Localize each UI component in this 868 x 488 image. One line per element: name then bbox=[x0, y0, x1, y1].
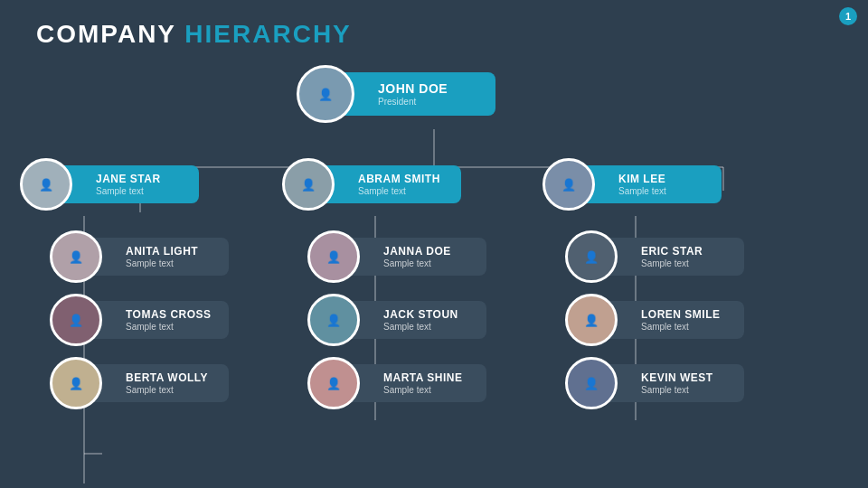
card-body-eric-star: ERIC STAR Sample text bbox=[599, 238, 744, 276]
card-subtitle-abram-smith: Sample text bbox=[358, 186, 452, 196]
avatar-kim-lee: 👤 bbox=[542, 158, 595, 211]
card-abram-smith: 👤 ABRAM SMITH Sample text bbox=[300, 165, 461, 203]
card-body-anita-light: ANITA LIGHT Sample text bbox=[84, 238, 229, 276]
card-subtitle-jane-star: Sample text bbox=[96, 186, 190, 196]
card-body-abram-smith: ABRAM SMITH Sample text bbox=[316, 165, 461, 203]
card-subtitle-janna-doe: Sample text bbox=[383, 258, 477, 268]
avatar-eric-star: 👤 bbox=[565, 230, 618, 283]
card-kevin-west: 👤 KEVIN WEST Sample text bbox=[583, 364, 744, 402]
avatar-anita-light: 👤 bbox=[50, 230, 102, 283]
card-body-jack-stoun: JACK STOUN Sample text bbox=[342, 301, 486, 339]
card-janna-doe: 👤 JANNA DOE Sample text bbox=[326, 238, 486, 276]
tree-lines bbox=[0, 68, 868, 488]
card-tomas-cross: 👤 TOMAS CROSS Sample text bbox=[68, 301, 229, 339]
card-body-loren-smile: LOREN SMILE Sample text bbox=[599, 301, 744, 339]
card-body-marta-shine: MARTA SHINE Sample text bbox=[342, 364, 486, 402]
avatar-kevin-west: 👤 bbox=[565, 357, 618, 409]
page-number: 1 bbox=[839, 7, 857, 25]
card-name-berta-wolly: BERTA WOLLY bbox=[126, 371, 220, 384]
card-subtitle-berta-wolly: Sample text bbox=[126, 385, 220, 395]
card-name-jack-stoun: JACK STOUN bbox=[383, 308, 477, 321]
card-subtitle-anita-light: Sample text bbox=[126, 258, 220, 268]
card-body-john-doe: JOHN DOE President bbox=[333, 72, 495, 116]
card-body-tomas-cross: TOMAS CROSS Sample text bbox=[84, 301, 229, 339]
card-name-jane-star: JANE STAR bbox=[96, 173, 190, 185]
card-jack-stoun: 👤 JACK STOUN Sample text bbox=[326, 301, 486, 339]
card-name-kim-lee: KIM LEE bbox=[618, 173, 712, 185]
card-name-john-doe: JOHN DOE bbox=[378, 81, 483, 96]
card-name-eric-star: ERIC STAR bbox=[641, 245, 735, 258]
card-loren-smile: 👤 LOREN SMILE Sample text bbox=[583, 301, 744, 339]
page-title: COMPANY HIERARCHY bbox=[36, 20, 352, 49]
org-tree: 👤 JOHN DOE President 👤 JANE STAR Sample … bbox=[0, 68, 868, 488]
avatar-berta-wolly: 👤 bbox=[50, 357, 102, 409]
avatar-tomas-cross: 👤 bbox=[50, 294, 102, 346]
avatar-jane-star: 👤 bbox=[20, 158, 72, 211]
card-subtitle-marta-shine: Sample text bbox=[383, 385, 477, 395]
card-name-abram-smith: ABRAM SMITH bbox=[358, 173, 452, 185]
card-name-loren-smile: LOREN SMILE bbox=[641, 308, 735, 321]
card-body-kevin-west: KEVIN WEST Sample text bbox=[599, 364, 744, 402]
avatar-john-doe: 👤 bbox=[297, 65, 354, 123]
card-body-berta-wolly: BERTA WOLLY Sample text bbox=[84, 364, 229, 402]
card-subtitle-eric-star: Sample text bbox=[641, 258, 735, 268]
card-marta-shine: 👤 MARTA SHINE Sample text bbox=[326, 364, 486, 402]
card-eric-star: 👤 ERIC STAR Sample text bbox=[583, 238, 744, 276]
card-subtitle-kim-lee: Sample text bbox=[618, 186, 712, 196]
title-plain: COMPANY bbox=[36, 20, 176, 48]
avatar-loren-smile: 👤 bbox=[565, 294, 618, 346]
card-name-kevin-west: KEVIN WEST bbox=[641, 371, 735, 384]
card-berta-wolly: 👤 BERTA WOLLY Sample text bbox=[68, 364, 229, 402]
card-name-marta-shine: MARTA SHINE bbox=[383, 371, 477, 384]
card-body-janna-doe: JANNA DOE Sample text bbox=[342, 238, 486, 276]
card-body-kim-lee: KIM LEE Sample text bbox=[577, 165, 722, 203]
card-subtitle-tomas-cross: Sample text bbox=[126, 322, 220, 332]
avatar-janna-doe: 👤 bbox=[307, 230, 360, 283]
avatar-jack-stoun: 👤 bbox=[307, 294, 360, 346]
card-anita-light: 👤 ANITA LIGHT Sample text bbox=[68, 238, 229, 276]
card-subtitle-kevin-west: Sample text bbox=[641, 385, 735, 395]
card-subtitle-loren-smile: Sample text bbox=[641, 322, 735, 332]
avatar-abram-smith: 👤 bbox=[282, 158, 335, 211]
card-name-tomas-cross: TOMAS CROSS bbox=[126, 308, 220, 321]
card-john-doe: 👤 JOHN DOE President bbox=[316, 72, 497, 116]
card-name-anita-light: ANITA LIGHT bbox=[126, 245, 220, 258]
card-subtitle-john-doe: President bbox=[378, 97, 483, 107]
avatar-marta-shine: 👤 bbox=[307, 357, 360, 409]
card-kim-lee: 👤 KIM LEE Sample text bbox=[561, 165, 722, 203]
card-subtitle-jack-stoun: Sample text bbox=[383, 322, 477, 332]
card-body-jane-star: JANE STAR Sample text bbox=[54, 165, 199, 203]
card-jane-star: 👤 JANE STAR Sample text bbox=[38, 165, 199, 203]
card-name-janna-doe: JANNA DOE bbox=[383, 245, 477, 258]
title-accent: HIERARCHY bbox=[184, 20, 351, 48]
